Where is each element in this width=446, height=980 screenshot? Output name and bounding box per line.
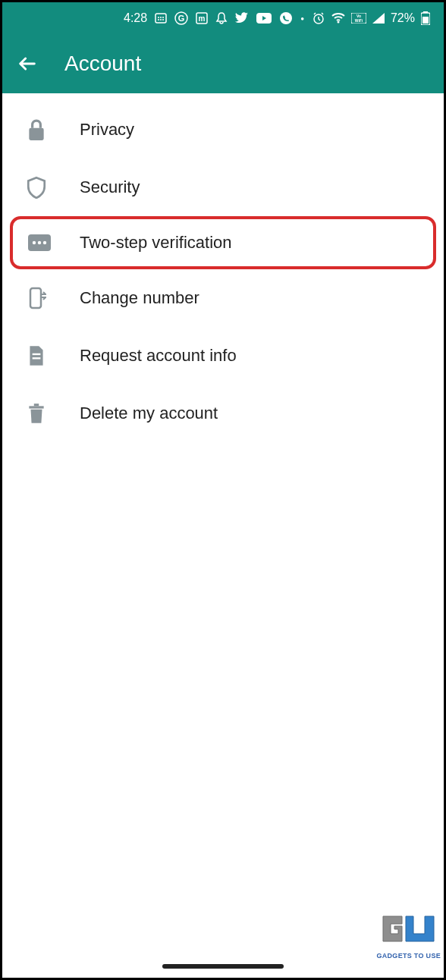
svg-rect-29 xyxy=(29,406,43,408)
svg-rect-30 xyxy=(34,404,39,406)
menu-item-label: Change number xyxy=(80,288,199,308)
menu-item-label: Privacy xyxy=(80,120,134,140)
home-indicator[interactable] xyxy=(162,964,284,969)
m-icon: m xyxy=(196,12,208,24)
menu-item-two-step-verification[interactable]: Two-step verification xyxy=(10,216,436,269)
page-title: Account xyxy=(64,52,141,76)
menu-item-label: Two-step verification xyxy=(80,233,232,253)
app-bar: Account xyxy=(2,34,444,93)
menu-item-label: Delete my account xyxy=(80,404,218,423)
calendar-icon xyxy=(155,12,167,24)
signal-icon xyxy=(372,13,385,24)
svg-point-3 xyxy=(162,17,164,18)
watermark-logo-icon xyxy=(379,912,438,955)
twitter-icon xyxy=(235,12,249,24)
whatsapp-icon xyxy=(279,11,293,25)
menu-item-label: Request account info xyxy=(80,346,237,366)
svg-rect-21 xyxy=(29,128,43,140)
status-time: 4:28 xyxy=(124,11,147,25)
svg-rect-26 xyxy=(30,288,41,308)
bell-icon xyxy=(215,12,228,24)
battery-percentage: 72% xyxy=(391,11,415,25)
vowifi-icon: VoWiFi xyxy=(351,13,366,24)
status-bar: 4:28 G m ● VoWiFi xyxy=(2,2,444,34)
svg-point-5 xyxy=(160,19,162,20)
svg-point-2 xyxy=(160,17,162,18)
menu-item-delete-account[interactable]: Delete my account xyxy=(2,385,444,442)
svg-text:G: G xyxy=(178,14,185,23)
menu-item-request-account-info[interactable]: Request account info xyxy=(2,327,444,385)
watermark-text: GADGETS TO USE xyxy=(376,952,441,960)
svg-point-25 xyxy=(43,241,46,244)
svg-rect-28 xyxy=(33,357,41,359)
phone-swap-icon xyxy=(25,287,48,309)
menu-item-security[interactable]: Security xyxy=(2,159,444,216)
watermark: GADGETS TO USE xyxy=(376,912,441,960)
account-menu: Privacy Security Two-step verification C… xyxy=(2,93,444,442)
svg-point-14 xyxy=(337,21,339,24)
svg-point-4 xyxy=(158,19,159,20)
menu-item-label: Security xyxy=(80,177,140,197)
lock-icon xyxy=(25,118,48,141)
svg-rect-20 xyxy=(422,17,429,24)
arrow-left-icon xyxy=(17,53,38,74)
svg-point-12 xyxy=(280,12,292,24)
trash-icon xyxy=(25,402,48,425)
svg-text:WiFi: WiFi xyxy=(355,18,363,23)
dot-icon: ● xyxy=(300,15,304,22)
youtube-icon xyxy=(256,13,272,24)
pin-icon xyxy=(28,231,51,254)
g-icon: G xyxy=(174,11,188,25)
svg-point-23 xyxy=(33,241,36,244)
svg-point-24 xyxy=(38,241,41,244)
wifi-icon xyxy=(331,13,345,24)
menu-item-privacy[interactable]: Privacy xyxy=(2,101,444,159)
document-icon xyxy=(25,344,48,367)
svg-point-6 xyxy=(162,19,164,20)
alarm-icon xyxy=(312,11,325,25)
back-button[interactable] xyxy=(11,48,43,80)
shield-icon xyxy=(25,176,48,199)
svg-rect-27 xyxy=(33,353,41,355)
svg-text:m: m xyxy=(199,14,206,23)
svg-point-1 xyxy=(158,17,159,18)
battery-icon xyxy=(421,11,430,25)
menu-item-change-number[interactable]: Change number xyxy=(2,269,444,327)
